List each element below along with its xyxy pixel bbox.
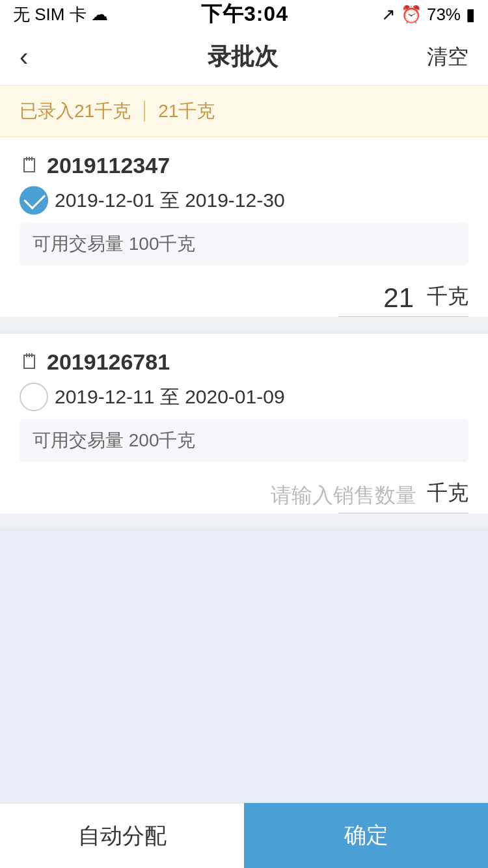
quantity-unit-2: 千克 <box>427 479 468 510</box>
battery-level: 73% <box>427 5 461 25</box>
available-text-1: 可用交易量 100千克 <box>33 234 196 254</box>
quantity-placeholder-2[interactable]: 请输入销售数量 <box>271 481 416 510</box>
radio-button-2[interactable] <box>20 383 48 411</box>
nav-bar: ‹ 录批次 清空 <box>0 29 488 86</box>
available-row-1: 可用交易量 100千克 <box>20 223 468 265</box>
status-left: 无 SIM 卡 ☁ <box>13 3 108 26</box>
quantity-display-row-1: 21 千克 <box>0 276 488 316</box>
page-title: 录批次 <box>208 41 278 73</box>
batch-header-1: 🗒 2019112347 <box>0 137 488 183</box>
confirm-button[interactable]: 确定 <box>244 803 488 868</box>
radio-button-1[interactable] <box>20 186 48 215</box>
batch-header-2: 🗒 2019126781 <box>0 334 488 380</box>
batch-doc-icon-2: 🗒 <box>20 350 40 374</box>
clear-button[interactable]: 清空 <box>427 43 468 72</box>
batch-number-2: 2019126781 <box>47 349 170 375</box>
available-row-2: 可用交易量 200千克 <box>20 419 468 462</box>
back-button[interactable]: ‹ <box>20 42 59 72</box>
quantity-value-1: 21 <box>383 282 414 314</box>
empty-area <box>0 530 488 810</box>
quantity-unit-1: 千克 <box>427 282 468 314</box>
quantity-input-row-2[interactable]: 请输入销售数量 千克 <box>0 472 488 513</box>
batch-doc-icon-1: 🗒 <box>20 154 40 178</box>
batch-date-2: 2019-12-11 至 2020-01-09 <box>55 384 285 411</box>
battery-icon: ▮ <box>466 5 475 25</box>
info-divider <box>144 101 145 122</box>
batch-number-1: 2019112347 <box>47 153 170 178</box>
status-time: 下午3:04 <box>201 0 288 29</box>
info-banner: 已录入21千克 21千克 <box>0 86 488 137</box>
available-text-2: 可用交易量 200千克 <box>33 430 196 450</box>
batch-card-2: 🗒 2019126781 2019-12-11 至 2020-01-09 可用交… <box>0 334 488 513</box>
bottom-bar: 自动分配 确定 <box>0 803 488 868</box>
location-icon: ↗ <box>381 5 396 25</box>
batch-date-row-2[interactable]: 2019-12-11 至 2020-01-09 <box>0 380 488 419</box>
batch-date-row-1[interactable]: 2019-12-01 至 2019-12-30 <box>0 183 488 223</box>
alarm-icon: ⏰ <box>401 5 422 25</box>
batch-date-1: 2019-12-01 至 2019-12-30 <box>55 187 285 214</box>
sim-label: 无 SIM 卡 ☁ <box>13 3 108 26</box>
info-value: 21千克 <box>158 99 215 124</box>
status-right: ↗ ⏰ 73% ▮ <box>381 5 475 25</box>
batch-card-1: 🗒 2019112347 2019-12-01 至 2019-12-30 可用交… <box>0 137 488 317</box>
info-label: 已录入21千克 <box>20 99 131 124</box>
auto-distribute-button[interactable]: 自动分配 <box>0 803 244 868</box>
status-bar: 无 SIM 卡 ☁ 下午3:04 ↗ ⏰ 73% ▮ <box>0 0 488 29</box>
